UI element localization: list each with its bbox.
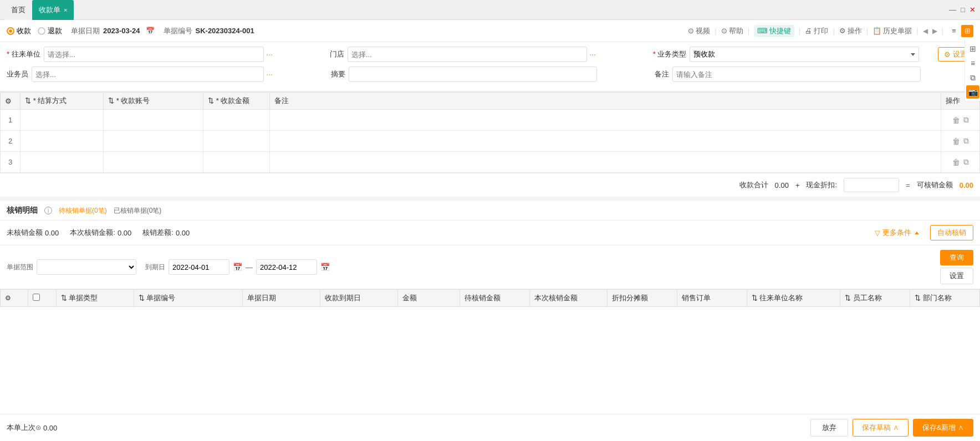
radio-refund[interactable]: 退款 (38, 26, 62, 36)
bth-employee-name: ⇅ 员工名称 (840, 290, 910, 307)
select-all-checkbox[interactable] (33, 294, 40, 301)
auto-reconcile-label: 自动核销 (937, 228, 966, 237)
right-panel-camera-btn[interactable]: 📷 (966, 85, 979, 99)
bottom-bar-info: 本单上次⊙ 0.00 (7, 423, 57, 433)
grid-layout-icon[interactable]: ⊞ (961, 25, 973, 37)
discount-input[interactable] (844, 178, 899, 192)
row-remark-3[interactable] (270, 152, 941, 173)
auto-reconcile-btn[interactable]: 自动核销 (930, 225, 973, 240)
save-new-btn[interactable]: 保存&新增 ∧ (913, 419, 973, 437)
receipt-table-wrapper: ⚙ ⇅ * 结算方式 ⇅ * 收款账号 ⇅ * 收款金额 (0, 91, 980, 173)
tab-home[interactable]: 首页 (4, 0, 32, 20)
row-copy-1[interactable]: ⧉ (963, 115, 969, 125)
salesperson-input[interactable] (32, 66, 264, 82)
current-stat: 本次核销金额: 0.00 (70, 228, 131, 238)
bth-gear[interactable]: ⚙ (1, 290, 28, 307)
row-copy-2[interactable]: ⧉ (963, 136, 969, 146)
due-date-to-input[interactable] (256, 259, 317, 275)
row-delete-3[interactable]: 🗑 (952, 158, 960, 167)
row-settlement-3[interactable] (21, 152, 104, 173)
tab-receipt-close[interactable]: × (64, 7, 67, 13)
shortcut-label: 快捷键 (769, 26, 791, 36)
row-delete-2[interactable]: 🗑 (952, 137, 960, 146)
bottom-bar-value: 0.00 (43, 424, 57, 432)
help-label: 帮助 (729, 26, 743, 36)
operations-action[interactable]: ⚙ 操作 (839, 26, 862, 36)
row-delete-1[interactable]: 🗑 (952, 116, 960, 125)
radio-receipt[interactable]: 收款 (7, 26, 31, 36)
store-label: 门店 (330, 49, 344, 59)
row-account-2[interactable] (104, 131, 203, 152)
remark-input[interactable] (672, 66, 921, 82)
bth-checkbox[interactable] (28, 290, 56, 307)
row-settlement-2[interactable] (21, 131, 104, 152)
business-type-dropdown-icon[interactable] (911, 53, 915, 56)
shortcut-action[interactable]: ⌨ 快捷键 (754, 25, 794, 37)
reconciliation-info-icon[interactable]: i (44, 207, 52, 214)
due-date-to-calendar-icon[interactable]: 📅 (320, 263, 330, 271)
th-gear[interactable]: ⚙ (1, 93, 21, 110)
prev-arrow[interactable]: ◀ (923, 27, 928, 35)
salesperson-field: 业务员 ··· (7, 66, 273, 82)
salesperson-label: 业务员 (7, 69, 28, 79)
bottom-table: ⚙ ⇅ 单据类型 ⇅ 单据编号 单据日期 收款到期日 金额 (0, 289, 980, 307)
bth-discount-amount: 折扣分摊额 (607, 290, 677, 307)
minimize-btn[interactable]: — (949, 6, 956, 14)
counterparty-label: 往来单位 (7, 49, 40, 59)
next-arrow[interactable]: ▶ (932, 27, 937, 35)
counterparty-input[interactable] (44, 47, 264, 62)
due-date-from-calendar-icon[interactable]: 📅 (233, 263, 242, 271)
close-btn[interactable]: ✕ (969, 6, 976, 14)
range-select[interactable] (37, 259, 136, 275)
radio-refund-dot (38, 27, 45, 35)
current-value: 0.00 (118, 229, 131, 237)
row-amount-2[interactable] (203, 131, 270, 152)
store-more-btn[interactable]: ··· (589, 50, 596, 58)
row-amount-1[interactable] (203, 110, 270, 131)
history-action[interactable]: 📋 历史单据 (872, 26, 912, 36)
help-action[interactable]: ⊙ 帮助 (721, 26, 743, 36)
save-draft-btn[interactable]: 保存草稿 ∧ (853, 419, 908, 437)
row-settlement-1[interactable] (21, 110, 104, 131)
save-draft-label: 保存草稿 ∧ (862, 423, 899, 433)
row-account-1[interactable] (104, 110, 203, 131)
salesperson-more-btn[interactable]: ··· (266, 70, 273, 78)
filter-btns: 查询 设置 (940, 250, 973, 284)
bth-dept-name: ⇅ 部门名称 (910, 290, 979, 307)
list-layout-icon[interactable]: ≡ (948, 25, 960, 37)
filter-settings-btn[interactable]: 设置 (940, 268, 973, 284)
video-action[interactable]: ⊙ 视频 (688, 26, 710, 36)
row-actions-1: 🗑 ⧉ (946, 115, 975, 125)
abandon-btn[interactable]: 放弃 (810, 419, 848, 437)
row-account-3[interactable] (104, 152, 203, 173)
counterparty-more-btn[interactable]: ··· (266, 50, 273, 58)
date-value: 2023-03-24 (103, 27, 140, 35)
total-label: 收款合计 (739, 180, 768, 190)
due-date-from-input[interactable] (169, 259, 229, 275)
row-copy-3[interactable]: ⧉ (963, 157, 969, 167)
pending-tab[interactable]: 待核销单据(0笔) (59, 206, 107, 216)
row-amount-3[interactable] (203, 152, 270, 173)
date-calendar-icon[interactable]: 📅 (146, 27, 155, 35)
tab-receipt[interactable]: 收款单 × (32, 0, 74, 20)
radio-receipt-label: 收款 (17, 26, 31, 36)
row-remark-2[interactable] (270, 131, 941, 152)
table-row: 1 🗑 ⧉ (1, 110, 980, 131)
bth-counterparty-name: ⇅ 往来单位名称 (747, 290, 840, 307)
right-panel-table-btn[interactable]: ⊞ (966, 42, 979, 55)
right-panel-layers-btn[interactable]: ≡ (966, 57, 979, 70)
row-remark-1[interactable] (270, 110, 941, 131)
right-panel-link-btn[interactable]: ⧉ (966, 71, 979, 84)
print-action[interactable]: 🖨 打印 (805, 26, 828, 36)
help-icon: ⊙ (721, 27, 727, 35)
completed-tab[interactable]: 已核销单据(0笔) (114, 206, 162, 216)
query-btn[interactable]: 查询 (940, 250, 973, 265)
summary-input[interactable] (349, 66, 597, 82)
reconciliation-header: 核销明细 i 待核销单据(0笔) 已核销单据(0笔) (0, 201, 980, 221)
due-date-label: 到期日 (145, 263, 165, 272)
maximize-btn[interactable]: □ (961, 6, 965, 14)
sort-icon-amount: ⇅ (208, 96, 216, 105)
more-filter-btn[interactable]: ▽ 更多条件 (875, 228, 919, 238)
total-value: 0.00 (775, 181, 789, 189)
store-input[interactable] (348, 47, 587, 62)
